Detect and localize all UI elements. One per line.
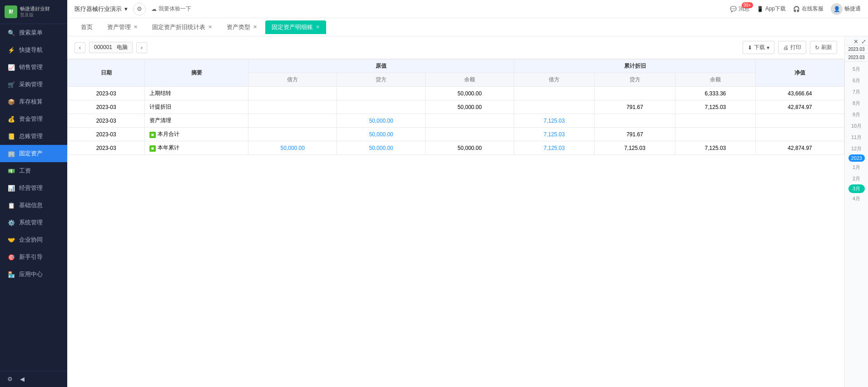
print-button[interactable]: 🖨 打印 bbox=[778, 41, 806, 54]
tab-asset_type[interactable]: 资产类型✕ bbox=[220, 20, 263, 34]
content-area: ‹ 000001 电脑 › ⬇ 下载 ▾ 🖨 打印 bbox=[67, 36, 868, 387]
company-settings-button[interactable]: ⚙ bbox=[133, 3, 146, 15]
sidebar-item-label: 工资 bbox=[19, 167, 31, 175]
sidebar-item-sales[interactable]: 📈销售管理 bbox=[0, 59, 67, 76]
tab-close-fixed_detail[interactable]: ✕ bbox=[316, 24, 320, 30]
sub-col-orig-balance: 余额 bbox=[426, 73, 514, 87]
prev-button[interactable]: ‹ bbox=[74, 42, 85, 53]
panel-expand-icon[interactable]: ⤢ bbox=[861, 38, 866, 45]
timeline-month[interactable]: 10月 bbox=[845, 120, 868, 132]
sub-col-acc-debit: 借方 bbox=[514, 73, 594, 87]
cell-acc-debit bbox=[514, 87, 594, 100]
sidebar-nav: 🔍搜索菜单⚡快捷导航📈销售管理🛒采购管理📦库存核算💰资金管理📒总账管理🏢固定资产… bbox=[0, 24, 67, 371]
message-button[interactable]: 💬 消息 99+ bbox=[730, 5, 749, 13]
sidebar-item-label: 经营管理 bbox=[19, 184, 43, 192]
guide-icon: 🎯 bbox=[7, 253, 15, 261]
collapse-icon[interactable]: ◀ bbox=[20, 376, 25, 382]
tab-label-asset_mgmt: 资产管理 bbox=[107, 23, 131, 31]
timeline-month[interactable]: 12月 bbox=[845, 143, 868, 154]
download-label: 下载 bbox=[754, 44, 765, 51]
timeline-month[interactable]: 7月 bbox=[845, 86, 868, 98]
sidebar-item-appstore[interactable]: 🏪应用中心 bbox=[0, 266, 67, 283]
timeline-month[interactable]: 3月 bbox=[848, 184, 865, 193]
cell-orig-credit bbox=[337, 100, 426, 114]
download-label: App下载 bbox=[765, 5, 786, 13]
message-badge: 99+ bbox=[742, 2, 753, 8]
timeline-year-active[interactable]: 2023 bbox=[848, 154, 865, 162]
timeline-month[interactable]: 2月 bbox=[845, 173, 868, 184]
sidebar-item-search[interactable]: 🔍搜索菜单 bbox=[0, 24, 67, 41]
service-button[interactable]: 🎧 在线客服 bbox=[793, 5, 823, 13]
timeline-month[interactable]: 5月 bbox=[845, 64, 868, 75]
settings-icon[interactable]: ⚙ bbox=[7, 376, 13, 382]
cell-acc-credit: 791.67 bbox=[595, 100, 675, 114]
col-net: 净值 bbox=[756, 60, 844, 87]
summary-icon: ▣ bbox=[149, 145, 156, 152]
sidebar-item-ledger[interactable]: 📒总账管理 bbox=[0, 128, 67, 145]
tab-asset_mgmt[interactable]: 资产管理✕ bbox=[101, 20, 144, 34]
tab-fixed_detail[interactable]: 固定资产明细账✕ bbox=[265, 20, 326, 34]
cell-desc: ▣本年累计 bbox=[145, 141, 248, 155]
tab-close-asset_type[interactable]: ✕ bbox=[253, 24, 257, 30]
asset-code: 000001 bbox=[94, 44, 112, 50]
sidebar-item-salary[interactable]: 💵工资 bbox=[0, 162, 67, 179]
cell-date: 2023-03 bbox=[68, 128, 145, 141]
sidebar-item-guide[interactable]: 🎯新手引导 bbox=[0, 248, 67, 266]
print-label: 打印 bbox=[790, 44, 801, 51]
sidebar-item-ops[interactable]: 📊经营管理 bbox=[0, 179, 67, 197]
search-icon: 🔍 bbox=[7, 29, 15, 37]
tab-close-asset_mgmt[interactable]: ✕ bbox=[134, 24, 138, 30]
summary-icon: ▣ bbox=[149, 132, 156, 138]
sidebar-item-label: 采购管理 bbox=[19, 80, 43, 89]
refresh-label: 刷新 bbox=[821, 44, 832, 51]
sidebar-item-quicknav[interactable]: ⚡快捷导航 bbox=[0, 41, 67, 59]
cell-desc: 计提折旧 bbox=[145, 100, 248, 114]
cell-desc: 资产清理 bbox=[145, 114, 248, 128]
user-name: 畅捷通 bbox=[844, 5, 861, 13]
page-toolbar: ‹ 000001 电脑 › ⬇ 下载 ▾ 🖨 打印 bbox=[67, 36, 844, 59]
sidebar-item-label: 库存核算 bbox=[19, 98, 43, 106]
panel-controls: ✕ ⤢ bbox=[845, 36, 868, 45]
timeline-month[interactable]: 6月 bbox=[845, 75, 868, 86]
timeline-month[interactable]: 4月 bbox=[845, 193, 868, 204]
experience-button[interactable]: ☁ 我要体验一下 bbox=[151, 5, 191, 13]
cell-net-value: 42,874.97 bbox=[756, 100, 844, 114]
cell-date: 2023-03 bbox=[68, 114, 145, 128]
cell-desc: 上期结转 bbox=[145, 87, 248, 100]
col-desc: 摘要 bbox=[145, 60, 248, 87]
sidebar-item-collab[interactable]: 🤝企业协同 bbox=[0, 231, 67, 248]
sidebar-item-inventory[interactable]: 📦库存核算 bbox=[0, 93, 67, 110]
col-group-orig: 原值 bbox=[248, 60, 514, 73]
user-menu[interactable]: 👤 畅捷通 bbox=[831, 3, 861, 15]
tab-fixed_depreciation[interactable]: 固定资产折旧统计表✕ bbox=[146, 20, 218, 34]
company-selector[interactable]: 医疗器械行业演示 ▾ bbox=[74, 5, 128, 13]
sidebar-bottom: ⚙ ◀ bbox=[0, 371, 67, 387]
salary-icon: 💵 bbox=[7, 167, 15, 175]
tab-close-fixed_depreciation[interactable]: ✕ bbox=[208, 24, 212, 30]
timeline-month[interactable]: 9月 bbox=[845, 109, 868, 120]
download-button[interactable]: ⬇ 下载 ▾ bbox=[743, 41, 774, 54]
timeline-month[interactable]: 8月 bbox=[845, 98, 868, 109]
cell-net-value: 42,874.97 bbox=[756, 141, 844, 155]
sidebar-item-purchase[interactable]: 🛒采购管理 bbox=[0, 76, 67, 93]
sidebar-item-fixed_assets[interactable]: 🏢固定资产 bbox=[0, 145, 67, 162]
cell-orig-debit bbox=[248, 114, 337, 128]
sidebar-item-system[interactable]: ⚙️系统管理 bbox=[0, 214, 67, 231]
refresh-button[interactable]: ↻ 刷新 bbox=[810, 41, 837, 54]
sidebar-item-basics[interactable]: 📋基础信息 bbox=[0, 197, 67, 214]
sidebar-item-finance[interactable]: 💰资金管理 bbox=[0, 110, 67, 128]
download-button[interactable]: 📱 App下载 bbox=[757, 5, 786, 13]
cell-orig-debit: 50,000.00 bbox=[248, 141, 337, 155]
sub-col-orig-debit: 借方 bbox=[248, 73, 337, 87]
tab-bar: 首页资产管理✕固定资产折旧统计表✕资产类型✕固定资产明细账✕ bbox=[67, 18, 868, 36]
chevron-down-icon: ▾ bbox=[124, 5, 128, 12]
cell-date: 2023-03 bbox=[68, 100, 145, 114]
timeline-month[interactable]: 1月 bbox=[845, 162, 868, 173]
timeline-month[interactable]: 11月 bbox=[845, 132, 868, 143]
next-button[interactable]: › bbox=[136, 42, 147, 53]
panel-close-icon[interactable]: ✕ bbox=[853, 38, 858, 45]
cell-orig-credit: 50,000.00 bbox=[337, 128, 426, 141]
sidebar-item-label: 基础信息 bbox=[19, 201, 43, 209]
sidebar-item-label: 新手引导 bbox=[19, 253, 43, 261]
tab-home[interactable]: 首页 bbox=[74, 20, 99, 34]
